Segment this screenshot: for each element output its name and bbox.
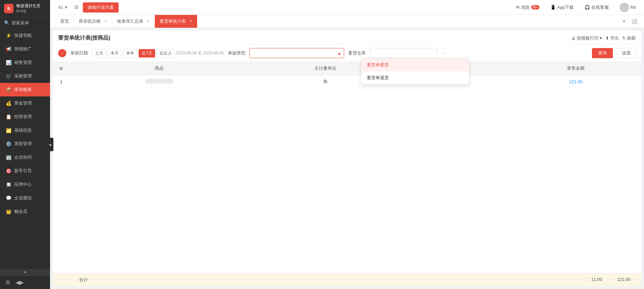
tab-order-stats[interactable]: 要货单统计表 ✕ [155,15,197,28]
sidebar-item-finance[interactable]: 💰 资金管理 [0,96,50,110]
sidebar-item-purchase[interactable]: 🛒 采购管理 [0,69,50,83]
date-month-btn[interactable]: 本月 [108,49,122,58]
warehouse-group: ··· [370,48,588,58]
sidebar-item-app-center[interactable]: 🔲 应用中心 [0,178,50,191]
logo-text-block: 畅捷通好生意 标准版 [16,3,41,14]
sidebar-item-label: 系统管理 [14,141,32,147]
sidebar-item-label: 快捷导航 [14,32,32,39]
sidebar-item-system[interactable]: ⚙️ 系统管理 [0,137,50,151]
sidebar-item-label: 经营管理 [14,114,32,120]
date-year-btn[interactable]: 本年 [123,49,137,58]
sidebar-item-inventory[interactable]: 📦 库存核算 [0,83,50,96]
collapse-icon[interactable]: ◀▶ [16,279,24,286]
export-btn[interactable]: ⬇ 导出 [605,35,619,41]
tab-bar: 首页 库存批次账 ✕ 收发存汇总表 ✕ 要货单统计表 ✕ ✕ ⬜ [50,15,644,28]
header-right: ✉ 消息 99+ 📱 App下载 🎧 在线客服 Rit [513,1,639,14]
member-icon: 👑 [5,209,11,214]
online-service-btn[interactable]: 🎧 在线客服 [582,3,612,12]
sidebar-item-quick-nav[interactable]: ⚡ 快捷导航 [0,29,50,42]
user-name: Rit [630,5,636,10]
settings-bottom-icon[interactable]: ⚙ [5,279,10,286]
marketing-icon: 📢 [5,46,11,52]
sidebar-item-marketing[interactable]: 📢 营销推广 [0,42,50,56]
message-btn[interactable]: ✉ 消息 99+ [513,3,542,12]
tab-inventory-batch[interactable]: 库存批次账 ✕ [74,15,112,28]
date-range-group: 上月 本月 本年 近7天 自定义 2023-05-06 至 2023-06-06 [92,49,224,58]
product-placeholder [146,79,173,84]
sidebar-item-basic[interactable]: 🗂️ 基础信息 [0,124,50,137]
sidebar-logo: b 畅捷通好生意 标准版 [0,0,50,17]
gear-icon-header[interactable]: ⚙ [74,4,79,10]
message-icon: ✉ [516,5,520,10]
date-up-btn[interactable]: 上月 [92,49,106,58]
tab-order-stats-close[interactable]: ✕ [189,19,192,23]
system-icon: ⚙️ [5,141,11,147]
type-filter-label: 单据类型 [228,50,245,56]
app-download-btn[interactable]: 📱 App下载 [548,3,576,12]
filter-more-btn[interactable]: ··· [440,50,447,56]
date-filter-label: 单据日期 [70,50,88,56]
footer-label: 合计 [74,277,93,283]
export-icon: ⬇ [605,36,609,41]
operation-icon: 📋 [5,114,11,119]
setting-filter-btn[interactable]: 设置 [617,48,636,58]
industry-btn[interactable]: 体验行业方案 [83,2,119,13]
tab-receive-summary-close[interactable]: ✕ [147,19,150,23]
sidebar-item-label: 基础信息 [14,127,32,133]
page-title: 要货单统计表(按商品) [58,35,111,42]
store-selector[interactable]: 41 ▾ [55,3,70,11]
col-settings-icon: ⚙ [59,66,63,71]
table-body: 1 块 11.00 121.00 [53,75,641,88]
tab-receive-summary[interactable]: 收发存汇总表 ✕ [112,15,155,28]
main-area: 41 ▾ ⚙ 体验行业方案 ✉ 消息 99+ 📱 App下载 🎧 在线客服 R [50,0,644,289]
date-custom-btn[interactable]: 自定义 [157,49,175,58]
sidebar-item-member[interactable]: 👑 畅会员 [0,205,50,218]
home-label: 首页 [60,18,69,24]
tab-home[interactable]: 首页 [55,15,74,28]
logo-icon: b [4,4,14,13]
search-icon: 🔍 [4,20,9,25]
warehouse-input[interactable] [370,48,437,58]
sidebar-item-label: 应用中心 [14,181,32,187]
dropdown-item-order-single[interactable]: 要货单要货 [361,59,469,71]
sidebar-collapse-button[interactable]: ◀ [47,138,53,151]
sidebar-item-operation[interactable]: 📋 经营管理 [0,110,50,124]
sidebar-item-sales[interactable]: 📊 销售管理 [0,56,50,69]
sidebar-item-enterprise[interactable]: 🏢 企业协同 [0,151,50,164]
tab-close-all-icon[interactable]: ✕ [621,17,627,25]
print-btn[interactable]: 🖨 按模板打印 ▾ [571,35,602,41]
filter-bar: › 单据日期 上月 本月 本年 近7天 自定义 2023-05-06 至 202… [53,45,641,62]
headset-icon: 🎧 [585,5,590,10]
store-number: 41 [58,5,63,10]
date-recent-btn[interactable]: 近7天 [139,49,155,58]
sidebar-scroll-down[interactable]: ▼ [0,269,50,275]
type-select-input[interactable] [249,48,344,58]
tab-inventory-batch-label: 库存批次账 [79,18,101,24]
col-product: 商品 [70,62,249,75]
user-avatar-btn[interactable]: Rit [617,1,639,14]
sidebar-search[interactable]: 🔍 搜索菜单 [0,17,50,29]
quick-nav-icon: ⚡ [5,33,11,38]
sidebar-item-guide[interactable]: 🎯 新手引导 [0,164,50,178]
filter-expand-btn[interactable]: › [58,49,66,57]
row-amount[interactable]: 121.00 [510,75,641,88]
guide-icon: 🎯 [5,168,11,174]
table-footer: 合计 11.00 121.00 [53,273,641,286]
col-settings[interactable]: ⚙ [53,62,70,75]
sidebar-item-wechat[interactable]: 💬 企业微信 [0,191,50,205]
search-label: 搜索菜单 [11,20,29,26]
print-label: 按模板打印 [577,35,599,41]
inventory-icon: 📦 [5,87,11,92]
query-btn[interactable]: 查询 [592,48,613,58]
refresh-btn[interactable]: ↻ 刷新 [622,35,636,41]
tab-maximize-icon[interactable]: ⬜ [630,17,639,25]
tab-inventory-batch-close[interactable]: ✕ [104,19,107,23]
dropdown-item-order-return[interactable]: 要货单退货 [361,71,469,84]
sidebar-item-label: 畅会员 [14,208,27,215]
sidebar-item-label: 资金管理 [14,100,32,106]
sidebar-item-label: 企业微信 [14,195,32,201]
purchase-icon: 🛒 [5,73,11,79]
page-header: 要货单统计表(按商品) 🖨 按模板打印 ▾ ⬇ 导出 ↻ 刷新 [53,30,641,45]
tab-receive-summary-label: 收发存汇总表 [117,18,143,24]
tab-order-stats-label: 要货单统计表 [160,18,186,24]
